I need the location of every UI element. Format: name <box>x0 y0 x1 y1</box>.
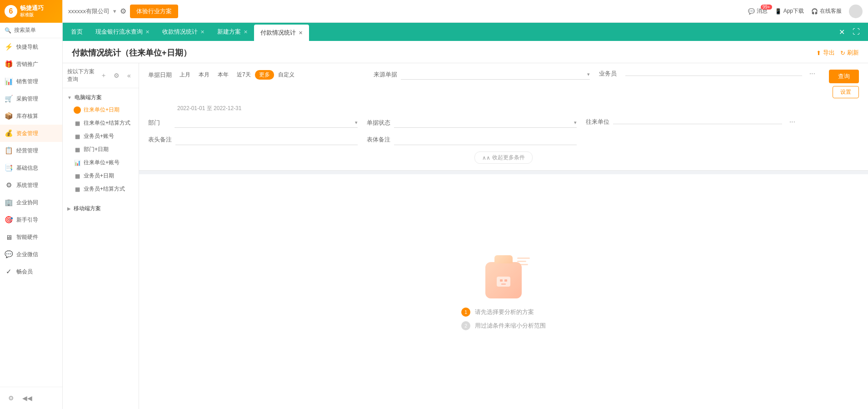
date-btn-more[interactable]: 更多 <box>255 70 274 80</box>
date-label: 单据日期 <box>148 71 172 79</box>
source-label: 来源单据 <box>374 71 397 79</box>
collapse-more-btn[interactable]: ∧∧ 收起更多条件 <box>474 151 533 164</box>
scheme-add-btn[interactable]: ＋ <box>99 71 109 81</box>
app-download-btn[interactable]: 📱 App下载 <box>775 7 804 15</box>
mobile-group-label: 移动端方案 <box>74 205 101 212</box>
header-note-input[interactable] <box>175 134 358 145</box>
source-select[interactable]: ▾ <box>401 70 590 80</box>
date-btn-last-month[interactable]: 上月 <box>175 70 195 80</box>
dept-select[interactable]: ▾ <box>175 118 358 128</box>
desktop-group-header[interactable]: ▼ 电脑端方案 <box>63 92 139 103</box>
scheme-group-desktop: ▼ 电脑端方案 往来单位+日期▦往来单位+结算方式▦业务员+账号▦部门+日期📊往… <box>63 88 139 199</box>
headset-icon: 🎧 <box>811 8 818 15</box>
tab-close-receipt-stat[interactable]: ✕ <box>200 29 205 35</box>
date-btn-this-month[interactable]: 本月 <box>195 70 214 80</box>
unit-date-label: 往来单位+日期 <box>84 106 120 114</box>
counterpart-more-btn[interactable]: ··· <box>789 118 795 126</box>
guide-icon: 🎯 <box>5 216 13 224</box>
date-btn-7days[interactable]: 近7天 <box>233 70 255 80</box>
collapse-sidebar-btn[interactable]: ◀◀ <box>21 392 34 404</box>
counterpart-select[interactable] <box>613 120 782 124</box>
tab-payment-stat[interactable]: 付款情况统计✕ <box>254 25 309 41</box>
tab-new-scheme[interactable]: 新建方案✕ <box>211 23 254 41</box>
tab-label-payment-stat: 付款情况统计 <box>260 29 296 37</box>
scheme-item-unit-date[interactable]: 往来单位+日期 <box>63 103 139 116</box>
sidebar-item-system[interactable]: ⚙ 系统管理 <box>0 177 62 194</box>
search-menu[interactable]: 🔍 搜索菜单 <box>0 23 62 38</box>
topbar-settings-icon[interactable]: ⚙ <box>120 7 126 15</box>
tab-bank-flow[interactable]: 现金银行流水查询✕ <box>89 23 156 41</box>
doc-status-filter-group: 单据状态 ▾ <box>367 118 576 128</box>
close-tab-btn[interactable]: ✕ <box>835 25 848 38</box>
sidebar-item-inventory[interactable]: 📦 库存核算 <box>0 107 62 125</box>
logo-sub: 标准版 <box>20 12 44 18</box>
staff-more-btn[interactable]: ··· <box>809 70 815 78</box>
expand-btn[interactable]: ⛶ <box>850 25 863 38</box>
scheme-item-staff-account[interactable]: ▦业务员+账号 <box>63 130 139 143</box>
scheme-settings-btn[interactable]: ⚙ <box>111 71 121 81</box>
trial-btn[interactable]: 体验行业方案 <box>130 5 178 18</box>
export-icon: ⬆ <box>816 50 821 56</box>
service-label: 在线客服 <box>820 7 842 15</box>
doc-status-chevron-icon: ▾ <box>574 120 577 126</box>
body-note-input[interactable] <box>394 134 576 145</box>
settings-icon[interactable]: ⚙ <box>5 392 17 404</box>
phone-icon: 📱 <box>775 8 782 15</box>
refresh-btn[interactable]: ↻ 刷新 <box>840 49 859 57</box>
query-btn[interactable]: 查询 <box>829 70 859 83</box>
tab-home[interactable]: 首页 <box>65 23 89 41</box>
sidebar-item-member[interactable]: ✓ 畅会员 <box>0 263 62 280</box>
system-label: 系统管理 <box>16 182 38 189</box>
purchase-icon: 🛒 <box>5 95 13 103</box>
header-note-label: 表头备注 <box>148 136 172 144</box>
online-service-btn[interactable]: 🎧 在线客服 <box>811 7 842 15</box>
step1-num: 1 <box>461 308 470 317</box>
staff-select[interactable] <box>625 72 802 76</box>
sidebar-item-business[interactable]: 📋 经营管理 <box>0 142 62 159</box>
filter-settings-btn[interactable]: 设置 <box>833 86 859 98</box>
sidebar-item-guide[interactable]: 🎯 新手引导 <box>0 211 62 228</box>
sidebar-item-enterprise[interactable]: 🏢 企业协同 <box>0 194 62 211</box>
inventory-icon: 📦 <box>5 112 13 120</box>
quick-nav-label: 快捷导航 <box>16 43 38 51</box>
tab-close-new-scheme[interactable]: ✕ <box>244 29 248 35</box>
scheme-item-staff-settle[interactable]: ▦业务员+结算方式 <box>63 182 139 196</box>
business-label: 经营管理 <box>16 147 38 155</box>
sidebar-item-sales[interactable]: 📊 销售管理 <box>0 73 62 90</box>
wechat-label: 企业微信 <box>16 251 38 258</box>
tab-receipt-stat[interactable]: 收款情况统计✕ <box>156 23 211 41</box>
scheme-item-dept-date[interactable]: ▦部门+日期 <box>63 143 139 156</box>
tab-close-payment-stat[interactable]: ✕ <box>299 30 303 36</box>
tabbar: 首页现金银行流水查询✕收款情况统计✕新建方案✕付款情况统计✕ ✕ ⛶ <box>63 23 868 41</box>
sidebar-item-marketing[interactable]: 🎁 营销推广 <box>0 56 62 73</box>
doc-status-select[interactable]: ▾ <box>394 118 576 128</box>
date-btn-this-year[interactable]: 本年 <box>214 70 233 80</box>
mobile-group-header[interactable]: ▶ 移动端方案 <box>63 203 139 214</box>
scheme-item-staff-date[interactable]: ▦业务员+日期 <box>63 169 139 182</box>
sidebar-item-wechat[interactable]: 💬 企业微信 <box>0 246 62 263</box>
sidebar-item-basic-info[interactable]: 📑 基础信息 <box>0 159 62 177</box>
scheme-item-unit-settle[interactable]: ▦往来单位+结算方式 <box>63 116 139 130</box>
sidebar-logo: 6 畅捷通巧 标准版 <box>0 0 62 23</box>
date-btn-custom[interactable]: 自定义 <box>274 70 299 80</box>
scheme-panel: 按以下方案查询 ＋ ⚙ « ▼ 电脑端方案 往来单位+日期▦往来单位+结算方式▦… <box>63 63 139 409</box>
sidebar-item-quick-nav[interactable]: ⚡ 快捷导航 <box>0 38 62 56</box>
sidebar-item-hardware[interactable]: 🖥 智能硬件 <box>0 228 62 246</box>
sidebar-item-finance[interactable]: 💰 资金管理 <box>0 125 62 142</box>
sidebar-item-purchase[interactable]: 🛒 采购管理 <box>0 90 62 107</box>
company-chevron-icon[interactable]: ▾ <box>113 8 116 15</box>
sales-icon: 📊 <box>5 77 13 86</box>
messages-btn[interactable]: 💬 消息 99+ <box>748 7 768 15</box>
guide-label: 新手引导 <box>16 216 38 224</box>
scheme-collapse-btn[interactable]: « <box>124 71 134 81</box>
filter-row-2: 部门 ▾ 单据状态 ▾ <box>148 118 859 128</box>
unit-date-icon <box>74 106 81 114</box>
scheme-item-unit-account[interactable]: 📊往来单位+账号 <box>63 156 139 169</box>
step1-text: 请先选择要分析的方案 <box>475 308 534 316</box>
export-btn[interactable]: ⬆ 导出 <box>816 49 835 57</box>
refresh-icon: ↻ <box>840 50 845 56</box>
body-note-group: 表体备注 <box>367 134 576 145</box>
tab-close-bank-flow[interactable]: ✕ <box>145 29 150 35</box>
filter-data-panel: 单据日期 上月 本月 本年 近7天 更多 自定义 来源单据 <box>139 63 868 409</box>
user-avatar[interactable] <box>849 5 863 18</box>
